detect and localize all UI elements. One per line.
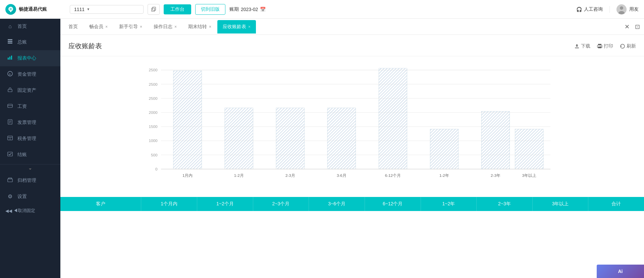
bar-2-3年[interactable] — [481, 112, 509, 169]
svg-rect-28 — [575, 48, 579, 48]
assets-icon — [7, 87, 13, 94]
bar-1月内[interactable] — [173, 71, 202, 169]
sidebar-item-label: 总账 — [17, 39, 27, 45]
sidebar-item-home[interactable]: ⌂ 首页 — [0, 19, 60, 34]
sidebar-item-label: 归档管理 — [17, 178, 36, 184]
sidebar-item-label: 税务管理 — [17, 136, 36, 142]
download-button[interactable]: 下载 — [574, 43, 590, 49]
tab-yearend[interactable]: 期末结转 × — [183, 20, 217, 33]
tab-label: 畅会员 — [89, 24, 103, 30]
calendar-icon[interactable]: 📅 — [260, 7, 266, 12]
username: 用友 — [629, 6, 639, 12]
salary-icon — [7, 103, 13, 110]
svg-text:2500: 2500 — [149, 68, 158, 72]
sidebar-item-ledger[interactable]: 总账 — [0, 34, 60, 50]
table-header: 客户 1个月内 1~2个月 2~3个月 3~6个月 6~12个月 1~2年 2~… — [60, 197, 644, 211]
svg-rect-31 — [598, 47, 601, 48]
download-label: 下载 — [581, 43, 590, 49]
tab-member[interactable]: 畅会员 × — [84, 20, 113, 33]
refresh-button[interactable]: 刷新 — [620, 43, 636, 49]
archive-icon — [7, 177, 13, 184]
bar-2-3月[interactable] — [276, 108, 304, 169]
tab-close-araging[interactable]: × — [248, 24, 251, 29]
workbench-button[interactable]: 工作台 — [164, 4, 191, 14]
logo-text: 畅捷通易代账 — [19, 6, 47, 12]
page-inner: 应收账龄表 下载 打印 刷新 — [60, 35, 644, 278]
download-icon — [574, 44, 580, 49]
sidebar-item-settings[interactable]: ⚙ 设置 — [0, 189, 60, 204]
svg-text:0: 0 — [155, 167, 157, 171]
logo-icon — [5, 4, 16, 15]
svg-text:2-3月: 2-3月 — [285, 173, 295, 178]
svg-rect-8 — [8, 43, 12, 44]
page-title: 应收账龄表 — [68, 42, 102, 51]
close-window-button[interactable]: ✕ — [623, 22, 631, 32]
company-selector[interactable]: 1111 ▼ — [70, 5, 144, 14]
svg-text:2-3年: 2-3年 — [491, 173, 500, 178]
sidebar-item-assets[interactable]: 固定资产 — [0, 82, 60, 98]
copy-button[interactable] — [148, 4, 160, 15]
tab-araging[interactable]: 应收账龄表 × — [217, 20, 256, 33]
sidebar-item-label: 首页 — [17, 23, 27, 29]
bar-3-6月[interactable] — [327, 108, 356, 169]
divider — [609, 6, 610, 13]
expand-window-button[interactable]: ⊡ — [634, 22, 641, 32]
svg-rect-29 — [598, 44, 601, 45]
svg-text:2500: 2500 — [149, 96, 158, 100]
svg-text:3-6月: 3-6月 — [337, 173, 346, 178]
tab-label: 操作日志 — [154, 24, 172, 30]
sidebar-item-archive[interactable]: 归档管理 — [0, 172, 60, 189]
tab-close-yearend[interactable]: × — [209, 24, 211, 29]
sidebar-item-tax[interactable]: 税务管理 — [0, 131, 60, 147]
sidebar-item-funds[interactable]: $ 资金管理 — [0, 66, 60, 82]
consult-area[interactable]: 🎧 人工咨询 — [576, 6, 603, 12]
svg-rect-7 — [8, 41, 12, 42]
tab-close-oplog[interactable]: × — [174, 24, 177, 29]
switch-old-button[interactable]: 切到旧版 — [195, 4, 225, 15]
print-button[interactable]: 打印 — [597, 43, 613, 49]
sidebar-item-label: 设置 — [17, 194, 27, 200]
th-1-2year: 1~2年 — [421, 197, 477, 211]
tab-close-guide[interactable]: × — [140, 24, 142, 29]
svg-rect-24 — [8, 152, 12, 156]
tab-guide[interactable]: 新手引导 × — [114, 20, 148, 33]
sidebar-item-label: 工资 — [17, 103, 27, 110]
ai-badge[interactable]: Ai — [597, 265, 644, 278]
settle-icon — [7, 151, 13, 158]
th-2-3year: 2~3年 — [477, 197, 533, 211]
bar-1-2年[interactable] — [430, 129, 458, 169]
cancel-fixed-button[interactable]: ◀◀ ◀取消固定 — [0, 204, 60, 217]
cancel-fixed-icon: ◀◀ — [5, 208, 12, 213]
sidebar-item-label: 资金管理 — [17, 71, 36, 77]
svg-text:2000: 2000 — [149, 110, 158, 115]
page-content: 应收账龄表 下载 打印 刷新 — [60, 35, 644, 278]
period-value: 2023-02 — [241, 7, 258, 12]
svg-rect-14 — [8, 89, 12, 92]
tab-oplog[interactable]: 操作日志 × — [148, 20, 182, 33]
tab-home[interactable]: 首页 — [63, 20, 83, 33]
bar-3年以上[interactable] — [515, 129, 543, 169]
sidebar-item-reports[interactable]: 报表中心 — [0, 50, 60, 66]
svg-text:1月内: 1月内 — [182, 173, 193, 178]
svg-text:1500: 1500 — [149, 124, 158, 129]
svg-rect-10 — [9, 57, 10, 60]
bar-6-12月[interactable] — [379, 68, 407, 169]
chart-container: 2500 2500 2500 2000 1500 1000 500 0 — [60, 56, 644, 197]
sidebar-item-settle[interactable]: 结账 — [0, 147, 60, 163]
th-6-12month: 6~12个月 — [365, 197, 421, 211]
sidebar-item-salary[interactable]: 工资 — [0, 98, 60, 115]
settings-icon: ⚙ — [7, 193, 13, 200]
ai-label: Ai — [618, 269, 623, 274]
sidebar-item-label: 发票管理 — [17, 120, 36, 126]
user-area[interactable]: 用友 — [616, 4, 639, 14]
tab-close-member[interactable]: × — [105, 24, 108, 29]
consult-label: 人工咨询 — [584, 6, 603, 12]
sidebar-item-label: 报表中心 — [17, 55, 36, 61]
svg-point-0 — [10, 8, 12, 10]
header-right: 🎧 人工咨询 用友 — [576, 4, 639, 14]
bar-1-2月[interactable] — [225, 108, 253, 169]
sidebar-item-invoice[interactable]: 发票管理 — [0, 115, 60, 131]
app-header: 畅捷通易代账 1111 ▼ 工作台 切到旧版 账期 2023-02 📅 🎧 人工… — [0, 0, 644, 19]
bar-chart: 2500 2500 2500 2000 1500 1000 500 0 — [68, 63, 636, 190]
sidebar: ⌂ 首页 总账 报表中心 $ 资金管理 固定资产 工资 发票管理 — [0, 19, 60, 278]
